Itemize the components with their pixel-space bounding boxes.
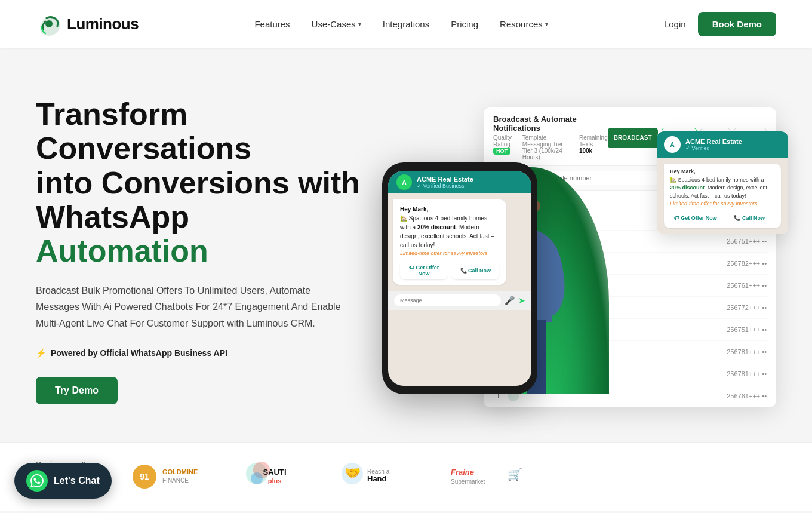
hero-title-highlight: Automation	[36, 234, 208, 268]
phone-greeting: Hey Mark,	[400, 206, 428, 213]
phone-offer-button[interactable]: 🏷 Get Offer Now	[400, 262, 448, 279]
hero-section: Transform Conversations into Conversions…	[0, 48, 812, 442]
goldmine-logo: 91 GOLDMINE FINANCE	[131, 462, 209, 492]
phone-contact-name: ACME Real Estate	[417, 176, 473, 183]
nav-usecases[interactable]: Use-Cases ▾	[312, 19, 361, 29]
logos-strip: Businesses & Agencies Love Luminous CRM …	[0, 442, 812, 511]
phone-contact-info: A ACME Real Estate ✓ Verified Business	[396, 174, 473, 190]
try-demo-button[interactable]: Try Demo	[36, 377, 118, 404]
svg-text:Fraine: Fraine	[451, 468, 474, 477]
nav-pricing[interactable]: Pricing	[451, 19, 478, 29]
svg-text:Hand: Hand	[367, 474, 387, 483]
get-offer-button[interactable]: 🏷 Get Offer Now	[670, 212, 721, 224]
phone-message: 🏡 Spacious 4-bed family homes with a 20%…	[400, 214, 499, 250]
svg-text:SAUTI: SAUTI	[263, 468, 287, 477]
chat-preview-header: A ACME Real Estate ✓ Verified	[657, 131, 788, 158]
lightning-icon: ⚡	[36, 348, 46, 358]
chat-contact-info: ACME Real Estate ✓ Verified	[685, 138, 742, 151]
verified-label: ✓ Verified	[685, 145, 742, 151]
phone-limited: Limited-time offer for savvy investors.	[400, 250, 499, 258]
nav-resources[interactable]: Resources ▾	[500, 19, 548, 29]
hero-title: Transform Conversations into Conversions…	[36, 97, 364, 268]
nav-links: Features Use-Cases ▾ Integrations Pricin…	[254, 19, 548, 29]
powered-badge: ⚡ Powered by Official WhatsApp Business …	[36, 348, 364, 358]
dashboard-title: Broadcast & Automate Notifications	[493, 115, 608, 133]
nav-features[interactable]: Features	[254, 19, 290, 29]
svg-text:FINANCE: FINANCE	[162, 477, 189, 484]
chat-greeting: Hey Mark,	[670, 168, 775, 176]
svg-point-19	[251, 472, 263, 484]
phone-contact-details: ACME Real Estate ✓ Verified Business	[417, 176, 473, 189]
svg-point-0	[45, 20, 53, 27]
phone-screen: A ACME Real Estate ✓ Verified Business H…	[388, 171, 531, 386]
svg-text:Supermarket: Supermarket	[451, 478, 485, 485]
svg-text:GOLDMINE: GOLDMINE	[162, 468, 198, 475]
svg-text:91: 91	[140, 472, 149, 481]
nav-integrations[interactable]: Integrations	[383, 19, 429, 29]
resources-chevron: ▾	[545, 21, 548, 27]
send-icon: ➤	[518, 296, 525, 305]
phone-chat-area: Hey Mark, 🏡 Spacious 4-bed family homes …	[388, 193, 531, 291]
chat-widget-label: Let's Chat	[54, 475, 100, 486]
fraine-logo: Fraine Supermarket 🛒	[448, 462, 543, 492]
phone-contact-avatar: A	[396, 174, 412, 190]
phone-input-bar: 🎤 ➤	[388, 291, 531, 310]
logo[interactable]: Luminous	[36, 11, 139, 37]
chat-contact-avatar: A	[664, 136, 681, 153]
mic-icon: 🎤	[505, 296, 515, 305]
chat-preview-body: Hey Mark, 🏡 Spacious 4-bed family homes …	[657, 158, 788, 234]
phone-call-button[interactable]: 📞 Call Now	[451, 262, 499, 279]
chat-action-buttons: 🏷 Get Offer Now 📞 Call Now	[670, 212, 775, 224]
login-button[interactable]: Login	[664, 19, 686, 29]
svg-text:🤝: 🤝	[345, 465, 361, 481]
phone-status-bar: A ACME Real Estate ✓ Verified Business	[388, 171, 531, 193]
whatsapp-icon	[26, 470, 48, 492]
usecases-chevron: ▾	[358, 21, 361, 27]
logo-icon	[36, 11, 62, 37]
partner-logos: 91 GOLDMINE FINANCE SAUTI plus 🤝 Reach a…	[131, 462, 776, 492]
hero-left: Transform Conversations into Conversions…	[36, 97, 364, 404]
chat-preview-bubble: Hey Mark, 🏡 Spacious 4-bed family homes …	[664, 164, 781, 228]
nav-right: Login Book Demo	[664, 12, 776, 36]
book-demo-button[interactable]: Book Demo	[698, 12, 776, 36]
call-now-button[interactable]: 📞 Call Now	[724, 212, 776, 224]
chat-widget[interactable]: Let's Chat	[14, 463, 112, 499]
chat-preview-card: A ACME Real Estate ✓ Verified Hey Mark, …	[657, 131, 788, 234]
logo-text: Luminous	[67, 15, 139, 33]
hero-right: Broadcast & Automate Notifications Quali…	[364, 107, 776, 394]
phone-mockup: A ACME Real Estate ✓ Verified Business H…	[382, 162, 537, 394]
phone-verified: ✓ Verified Business	[417, 183, 473, 189]
chat-message: 🏡 Spacious 4-bed family homes with a 20%…	[670, 176, 775, 201]
navbar: Luminous Features Use-Cases ▾ Integratio…	[0, 0, 812, 48]
broadcast-button[interactable]: BROADCAST	[608, 128, 658, 148]
limited-offer: Limited-time offer for savvy investors.	[670, 200, 775, 208]
reach-a-hand-logo: 🤝 Reach a Hand	[340, 462, 412, 492]
svg-text:🛒: 🛒	[508, 467, 522, 481]
chat-contact-name: ACME Real Estate	[685, 138, 742, 145]
svg-text:plus: plus	[268, 477, 282, 484]
sauti-logo: SAUTI plus	[245, 462, 304, 492]
phone-message-input[interactable]	[394, 294, 501, 306]
phone-chat-buttons: 🏷 Get Offer Now 📞 Call Now	[400, 262, 499, 279]
hero-subtitle: Broadcast Bulk Promotional Offers To Unl…	[36, 282, 346, 331]
phone-frame: A ACME Real Estate ✓ Verified Business H…	[382, 162, 537, 394]
phone-chat-bubble: Hey Mark, 🏡 Spacious 4-bed family homes …	[393, 199, 506, 285]
